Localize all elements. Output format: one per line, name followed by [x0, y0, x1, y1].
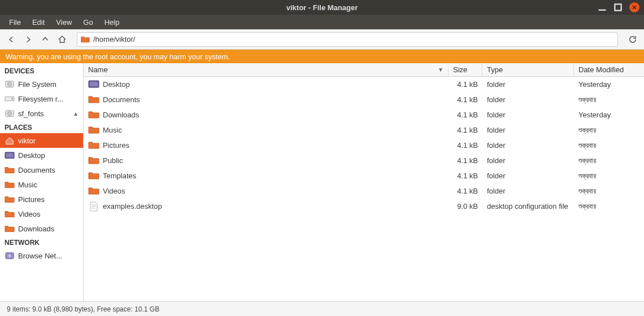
network-icon	[5, 251, 15, 260]
desktop-icon	[5, 151, 15, 160]
sidebar-item-label: Desktop	[18, 151, 45, 160]
file-row[interactable]: Music4.1 kBfolderশুক্রবার	[84, 122, 644, 138]
file-row[interactable]: Pictures4.1 kBfolderশুক্রবার	[84, 138, 644, 153]
file-name: Music	[103, 126, 122, 134]
sidebar-item[interactable]: Desktop	[0, 148, 83, 163]
file-row[interactable]: Documents4.1 kBfolderশুক্রবার	[84, 92, 644, 107]
file-date: শুক্রবার	[574, 187, 644, 196]
file-list: Name▼ Size Type Date Modified Desktop4.1…	[84, 63, 644, 301]
column-size[interactable]: Size	[449, 63, 482, 76]
file-name: Templates	[103, 172, 136, 180]
drive-icon	[5, 94, 15, 103]
folder-icon	[88, 171, 99, 181]
sidebar-item-label: Filesystem r...	[18, 95, 63, 103]
sidebar-section-network: NETWORK	[0, 236, 83, 248]
warning-text: Warning, you are using the root account,…	[6, 52, 230, 61]
sidebar-item-label: viktor	[18, 137, 36, 145]
folder-icon	[5, 209, 15, 218]
maximize-button[interactable]	[613, 3, 623, 12]
file-name: Pictures	[103, 141, 129, 150]
forward-button[interactable]	[21, 33, 35, 46]
menu-file[interactable]: File	[3, 16, 27, 28]
close-button[interactable]	[629, 2, 639, 12]
folder-icon	[81, 36, 90, 43]
menubar: FileEditViewGoHelp	[0, 15, 644, 29]
folder-icon	[88, 95, 99, 105]
location-bar[interactable]: /home/viktor/	[77, 32, 618, 47]
file-row[interactable]: examples.desktop9.0 kBdesktop configurat…	[84, 199, 644, 214]
sidebar-item[interactable]: viktor	[0, 133, 83, 148]
svg-point-5	[7, 82, 11, 86]
file-type: folder	[482, 126, 574, 134]
file-type: folder	[482, 172, 574, 180]
sidebar-item[interactable]: Browse Net...	[0, 248, 83, 263]
sidebar-item[interactable]: Videos	[0, 207, 83, 221]
folder-icon	[88, 110, 99, 120]
path-text: /home/viktor/	[93, 35, 614, 43]
folder-icon	[5, 180, 15, 189]
menu-view[interactable]: View	[50, 16, 77, 28]
file-name: Downloads	[103, 111, 139, 119]
refresh-button[interactable]	[626, 33, 639, 46]
sidebar-item[interactable]: Pictures	[0, 192, 83, 207]
sidebar: DEVICESFile SystemFilesystem r...sf_font…	[0, 63, 84, 301]
svg-rect-1	[615, 4, 621, 10]
sidebar-item[interactable]: Music	[0, 177, 83, 192]
sidebar-item-label: Music	[18, 181, 37, 189]
svg-point-13	[8, 254, 11, 257]
file-size: 9.0 kB	[449, 202, 482, 210]
minimize-button[interactable]	[598, 3, 607, 12]
folder-icon	[5, 165, 15, 174]
file-type: desktop configuration file	[482, 202, 574, 210]
sidebar-item-label: Browse Net...	[18, 252, 62, 260]
column-name[interactable]: Name▼	[84, 63, 449, 76]
titlebar: viktor - File Manager	[0, 0, 644, 15]
file-row[interactable]: Videos4.1 kBfolderশুক্রবার	[84, 183, 644, 199]
file-date: শুক্রবার	[574, 156, 644, 165]
folder-icon	[88, 186, 99, 196]
file-name: Desktop	[103, 80, 130, 89]
file-row[interactable]: Downloads4.1 kBfolderYesterday	[84, 107, 644, 122]
file-date: Yesterday	[574, 111, 644, 119]
sort-arrow-icon: ▼	[438, 67, 443, 73]
file-type: folder	[482, 95, 574, 104]
file-type: folder	[482, 187, 574, 195]
file-row[interactable]: Desktop4.1 kBfolderYesterday	[84, 77, 644, 92]
home-icon	[5, 136, 15, 145]
window-title: viktor - File Manager	[286, 3, 358, 12]
column-type[interactable]: Type	[482, 63, 574, 76]
file-name: examples.desktop	[103, 202, 162, 210]
file-date: শুক্রবার	[574, 172, 644, 181]
sidebar-item[interactable]: sf_fonts▲	[0, 106, 83, 121]
svg-rect-15	[90, 82, 98, 86]
file-row[interactable]: Templates4.1 kBfolderশুক্রবার	[84, 168, 644, 183]
file-date: শুক্রবার	[574, 95, 644, 104]
sidebar-item[interactable]: Documents	[0, 163, 83, 177]
file-row[interactable]: Public4.1 kBfolderশুক্রবার	[84, 153, 644, 168]
menu-edit[interactable]: Edit	[27, 16, 50, 28]
file-size: 4.1 kB	[449, 172, 482, 180]
back-button[interactable]	[5, 33, 18, 46]
file-name: Videos	[103, 187, 125, 195]
folder-icon	[88, 125, 99, 135]
sidebar-item[interactable]: Downloads	[0, 221, 83, 236]
sidebar-item[interactable]: Filesystem r...	[0, 91, 83, 106]
home-button[interactable]	[55, 33, 69, 46]
sidebar-item[interactable]: File System	[0, 77, 83, 91]
sidebar-item-label: Documents	[18, 166, 55, 174]
sidebar-item-label: Pictures	[18, 195, 45, 204]
file-size: 4.1 kB	[449, 80, 482, 89]
statusbar: 9 items: 9.0 kB (8,980 bytes), Free spac…	[0, 301, 644, 316]
textfile-icon	[88, 201, 99, 212]
file-date: Yesterday	[574, 80, 644, 89]
file-type: folder	[482, 156, 574, 165]
file-type: folder	[482, 141, 574, 150]
file-name: Documents	[103, 95, 140, 104]
file-type: folder	[482, 80, 574, 89]
column-date[interactable]: Date Modified	[574, 63, 644, 76]
up-button[interactable]	[38, 33, 52, 46]
menu-help[interactable]: Help	[99, 16, 125, 28]
eject-icon[interactable]: ▲	[73, 111, 79, 117]
menu-go[interactable]: Go	[77, 16, 98, 28]
file-size: 4.1 kB	[449, 141, 482, 150]
